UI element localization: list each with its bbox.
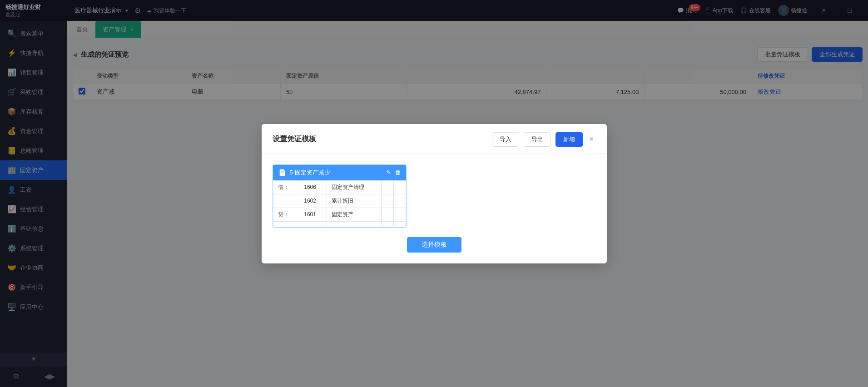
template-cell-name-2: 累计折旧 [327,194,381,208]
template-cell-name-3: 固定资产 [327,208,381,221]
template-cell-empty-2 [299,221,327,227]
template-cell-5-2 [393,194,406,208]
voucher-template-modal: 设置凭证模板 导入 导出 新增 × 📄 5-固定资产减少 ✎ 🗑 [262,124,607,263]
template-cell-4-1 [381,180,393,194]
new-button[interactable]: 新增 [556,132,583,147]
template-cell-code-3: 1601 [299,208,327,221]
template-cell-4-3 [381,208,393,221]
template-card: 📄 5-固定资产减少 ✎ 🗑 借： 1606 固定资产清理 [273,164,407,228]
template-cell-5-1 [393,180,406,194]
template-cell-type-2 [273,194,299,208]
modal-title: 设置凭证模板 [273,134,316,144]
template-cell-5-3 [393,208,406,221]
modal-header: 设置凭证模板 导入 导出 新增 × [262,124,607,154]
template-row-1: 借： 1606 固定资产清理 [273,180,406,194]
template-cell-empty-3 [327,221,381,227]
template-card-title: 5-固定资产减少 [290,169,331,177]
select-template-button[interactable]: 选择模板 [407,237,461,253]
template-row-3: 贷： 1601 固定资产 [273,208,406,221]
export-button[interactable]: 导出 [524,132,551,147]
template-card-icon: 📄 [278,169,286,176]
template-row-2: 1602 累计折旧 [273,194,406,208]
modal-body: 📄 5-固定资产减少 ✎ 🗑 借： 1606 固定资产清理 [262,154,607,263]
template-card-title-area: 📄 5-固定资产减少 [278,169,331,177]
modal-close-button[interactable]: × [587,134,596,144]
template-cell-4-2 [381,194,393,208]
modal-header-actions: 导入 导出 新增 × [492,132,596,147]
template-cell-code-2: 1602 [299,194,327,208]
template-cell-empty-1 [273,221,299,227]
template-cell-type-3: 贷： [273,208,299,221]
import-button[interactable]: 导入 [492,132,519,147]
template-cell-name-1: 固定资产清理 [327,180,381,194]
template-cell-empty-4 [381,221,393,227]
template-delete-button[interactable]: 🗑 [395,169,401,176]
template-row-4 [273,221,406,227]
template-card-header: 📄 5-固定资产减少 ✎ 🗑 [273,165,406,180]
template-card-actions: ✎ 🗑 [386,169,401,176]
template-edit-button[interactable]: ✎ [386,169,391,176]
modal-overlay: 设置凭证模板 导入 导出 新增 × 📄 5-固定资产减少 ✎ 🗑 [0,0,868,387]
template-table: 借： 1606 固定资产清理 1602 累计折旧 [273,180,406,228]
template-cell-empty-5 [393,221,406,227]
template-cell-code-1: 1606 [299,180,327,194]
template-cell-type-1: 借： [273,180,299,194]
